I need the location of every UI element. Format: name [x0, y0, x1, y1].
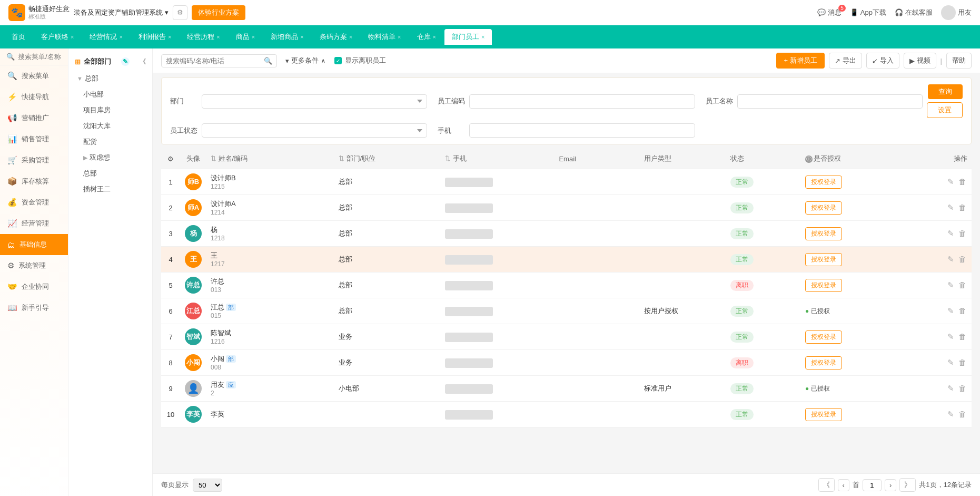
dept-item[interactable]: 配货: [68, 134, 152, 150]
left-nav-item-基础信息[interactable]: 🗂基础信息: [0, 234, 68, 255]
left-nav-item-搜索菜单[interactable]: 🔍搜索菜单: [0, 65, 68, 86]
left-nav-item-新手引导[interactable]: 📖新手引导: [0, 297, 68, 318]
nav-tab-首页[interactable]: 首页: [4, 29, 33, 45]
search-submit-icon[interactable]: 🔍: [264, 57, 272, 65]
tab-close-icon[interactable]: ×: [433, 34, 436, 40]
tab-close-icon[interactable]: ×: [349, 34, 352, 40]
export-button[interactable]: ↗ 导出: [829, 53, 862, 69]
delete-button[interactable]: 🗑: [957, 228, 967, 239]
nav-tab-利润报告[interactable]: 利润报告×: [131, 29, 179, 45]
dept-item[interactable]: 项目库房: [68, 102, 152, 118]
edit-button[interactable]: ✎: [946, 202, 955, 213]
dept-item[interactable]: 沈阳大库: [68, 118, 152, 134]
left-nav-item-快捷导航[interactable]: ⚡快捷导航: [0, 86, 68, 108]
edit-button[interactable]: ✎: [946, 176, 955, 187]
dept-item[interactable]: 插树王二: [68, 181, 152, 197]
auth-login-button[interactable]: 授权登录: [805, 201, 842, 215]
auth-login-button[interactable]: 授权登录: [805, 253, 842, 266]
dept-collapse-button[interactable]: 《: [140, 57, 146, 66]
page-size-select[interactable]: 50 20 100: [193, 479, 222, 492]
left-nav-item-经营管理[interactable]: 📈经营管理: [0, 213, 68, 234]
last-page-button[interactable]: 》: [899, 478, 916, 492]
show-resigned-checkbox[interactable]: ✓: [334, 57, 342, 64]
edit-button[interactable]: ✎: [946, 254, 955, 265]
tab-close-icon[interactable]: ×: [71, 34, 74, 40]
filter-set-button[interactable]: 设置: [927, 102, 963, 118]
settings-button[interactable]: ⚙: [173, 5, 187, 20]
page-number-input[interactable]: [863, 479, 882, 491]
next-page-button[interactable]: ›: [885, 479, 896, 491]
delete-button[interactable]: 🗑: [957, 279, 967, 290]
auth-login-button[interactable]: 授权登录: [805, 330, 842, 344]
auth-login-button[interactable]: 授权登录: [805, 176, 842, 189]
tab-close-icon[interactable]: ×: [252, 34, 255, 40]
online-service-button[interactable]: 🎧 在线客服: [895, 8, 933, 17]
left-nav-item-资金管理[interactable]: 💰资金管理: [0, 192, 68, 213]
auth-login-button[interactable]: 授权登录: [805, 408, 842, 421]
dept-edit-icon[interactable]: ✎: [121, 57, 130, 66]
filter-name-input[interactable]: [737, 94, 923, 109]
filter-code-input[interactable]: [469, 94, 695, 109]
auth-login-button[interactable]: 授权登录: [805, 279, 842, 292]
message-button[interactable]: 💬 消息 5: [817, 8, 842, 17]
th-name[interactable]: ⇅ 姓名/编码: [206, 149, 334, 169]
prev-page-button[interactable]: ‹: [838, 479, 849, 491]
dept-item[interactable]: 总部: [68, 166, 152, 181]
auth-login-button[interactable]: 授权登录: [805, 227, 842, 240]
nav-tab-客户联络[interactable]: 客户联络×: [34, 29, 81, 45]
edit-button[interactable]: ✎: [946, 357, 955, 368]
dept-item[interactable]: ▶ 双虑想: [68, 150, 152, 166]
tab-close-icon[interactable]: ×: [398, 34, 401, 40]
nav-tab-仓库[interactable]: 仓库×: [410, 29, 443, 45]
delete-button[interactable]: 🗑: [957, 383, 967, 394]
delete-button[interactable]: 🗑: [957, 357, 967, 368]
sys-name-dropdown[interactable]: 装备及固定资产辅助管理系统 ▾: [74, 8, 169, 17]
edit-button[interactable]: ✎: [946, 409, 955, 420]
left-nav-item-系统管理[interactable]: ⚙系统管理: [0, 255, 68, 276]
edit-button[interactable]: ✎: [946, 331, 955, 342]
delete-button[interactable]: 🗑: [957, 331, 967, 342]
tab-close-icon[interactable]: ×: [300, 34, 303, 40]
delete-button[interactable]: 🗑: [957, 409, 967, 420]
tab-close-icon[interactable]: ×: [119, 34, 122, 40]
nav-tab-物料清单[interactable]: 物料清单×: [361, 29, 408, 45]
nav-tab-条码方案[interactable]: 条码方案×: [312, 29, 360, 45]
th-settings[interactable]: ⚙: [161, 149, 180, 169]
add-employee-button[interactable]: + 新增员工: [776, 53, 824, 69]
tab-close-icon[interactable]: ×: [216, 34, 220, 40]
edit-button[interactable]: ✎: [946, 228, 955, 239]
dept-item[interactable]: ▼ 总部: [68, 71, 152, 86]
dept-item[interactable]: 小电部: [68, 86, 152, 102]
filter-status-select[interactable]: 正常 离职: [202, 123, 427, 138]
app-download-button[interactable]: 📱 App下载: [850, 8, 886, 17]
nav-tab-新增商品[interactable]: 新增商品×: [263, 29, 311, 45]
tab-close-icon[interactable]: ×: [481, 34, 484, 40]
delete-button[interactable]: 🗑: [957, 202, 967, 213]
user-menu[interactable]: 用友: [941, 5, 972, 20]
video-button[interactable]: ▶ 视频: [904, 53, 936, 69]
nav-tab-经营情况[interactable]: 经营情况×: [82, 29, 130, 45]
nav-tab-经营历程[interactable]: 经营历程×: [180, 29, 227, 45]
filter-dept-select[interactable]: [202, 94, 427, 109]
help-button[interactable]: 帮助: [946, 53, 972, 69]
tab-close-icon[interactable]: ×: [168, 34, 171, 40]
edit-button[interactable]: ✎: [946, 279, 955, 290]
edit-button[interactable]: ✎: [946, 383, 955, 394]
search-menu-input[interactable]: [18, 53, 68, 61]
search-input[interactable]: [166, 57, 261, 65]
delete-button[interactable]: 🗑: [957, 254, 967, 265]
left-nav-item-营销推广[interactable]: 📢营销推广: [0, 108, 68, 129]
th-dept[interactable]: ⇅ 部门/职位: [334, 149, 441, 169]
nav-tab-部门员工[interactable]: 部门员工×: [444, 29, 492, 45]
left-nav-item-采购管理[interactable]: 🛒采购管理: [0, 150, 68, 171]
first-page-button[interactable]: 《: [818, 478, 835, 492]
try-plan-button[interactable]: 体验行业方案: [192, 5, 245, 20]
delete-button[interactable]: 🗑: [957, 305, 967, 316]
left-nav-item-企业协同[interactable]: 🤝企业协同: [0, 276, 68, 297]
import-button[interactable]: ↙ 导入: [866, 53, 899, 69]
left-nav-item-销售管理[interactable]: 📊销售管理: [0, 129, 68, 150]
delete-button[interactable]: 🗑: [957, 176, 967, 187]
filter-phone-input[interactable]: [469, 123, 695, 138]
show-resigned-toggle[interactable]: ✓ 显示离职员工: [334, 56, 386, 65]
edit-button[interactable]: ✎: [946, 305, 955, 316]
